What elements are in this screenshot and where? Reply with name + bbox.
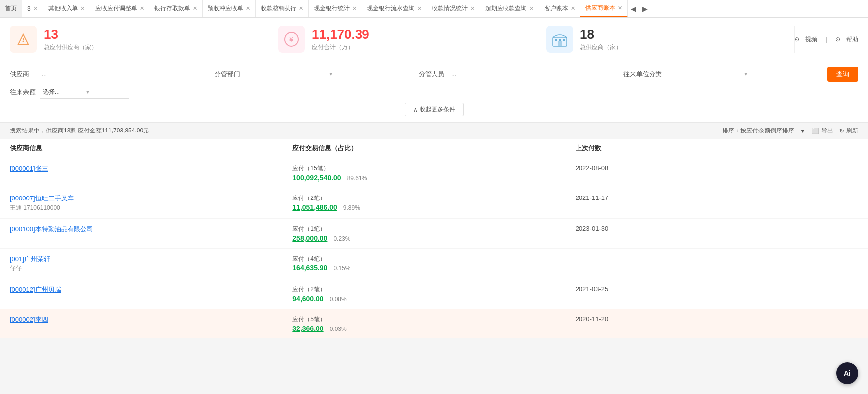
close-customer-book[interactable]: ✕: [571, 5, 575, 12]
export-icon: ⬜: [812, 128, 819, 134]
filter-balance: 往来余额 选择... ▼: [10, 86, 129, 99]
nav-overdue-ar[interactable]: 超期应收款查询 ✕: [480, 0, 539, 17]
supplier-link-2[interactable]: [000100]本特勤油品有限公司: [10, 225, 93, 233]
export-button[interactable]: ⬜ 导出: [812, 127, 833, 135]
close-supplier-book[interactable]: ✕: [618, 5, 622, 11]
dept-label: 分管部门: [215, 70, 240, 79]
collapse-label: 收起更多条件: [420, 105, 455, 114]
nav-customer-book[interactable]: 客户账本 ✕: [539, 0, 580, 17]
help-link[interactable]: 帮助: [846, 35, 858, 44]
last-pay-0: 2022-08-08: [576, 164, 609, 172]
close-cash-bank-stat[interactable]: ✕: [352, 5, 357, 12]
nav-left-arrow[interactable]: ◀: [628, 5, 639, 13]
payable-suppliers-count: 13: [44, 27, 97, 42]
close-other-income[interactable]: ✕: [80, 5, 85, 12]
payable-label-5: 应付（5笔）: [292, 315, 575, 324]
payable-label-3: 应付（4笔）: [292, 255, 575, 263]
svg-point-2: [23, 41, 24, 42]
nav-receipt-verify[interactable]: 收款核销执行 ✕: [256, 0, 309, 17]
person-input[interactable]: [448, 69, 615, 80]
supplier-cell-5: [000002]李四: [10, 315, 292, 324]
close-tab3[interactable]: ✕: [33, 5, 38, 12]
stat-total-suppliers: 18 总供应商（家）: [526, 26, 795, 53]
payable-amount-value: 11,170.39: [312, 27, 369, 42]
supplier-link-0[interactable]: [000001]张三: [10, 165, 48, 172]
nav-other-income[interactable]: 其他收入单 ✕: [43, 0, 90, 17]
payable-percent-0: 89.61%: [347, 175, 367, 182]
payable-amount-1[interactable]: 11,051,486.00: [292, 203, 337, 211]
total-suppliers-icon: [546, 26, 573, 53]
filter-area: 供应商 分管部门 ▼ 分管人员 往来单位分类 ▼ 查询 往来余额 选择: [0, 61, 868, 123]
filter-unit-type: 往来单位分类 ▼: [623, 69, 820, 79]
svg-rect-7: [555, 39, 557, 41]
dept-select[interactable]: ▼: [244, 69, 411, 79]
close-receipt-stat[interactable]: ✕: [470, 5, 475, 12]
nav-cash-bank-stat[interactable]: 现金银行统计 ✕: [309, 0, 362, 17]
supplier-link-5[interactable]: [000002]李四: [10, 316, 48, 323]
search-button[interactable]: 查询: [827, 67, 858, 82]
supplier-input[interactable]: [39, 69, 207, 80]
nav-receipt-stat[interactable]: 收款情况统计 ✕: [427, 0, 480, 17]
result-summary: 搜索结果中，供应商13家 应付金额111,703,854.00元: [10, 127, 149, 135]
stat-payable-amount-text: 11,170.39 应付合计（万）: [312, 27, 369, 52]
supplier-cell-4: [000012]广州贝瑞: [10, 285, 292, 294]
unit-type-label: 往来单位分类: [623, 70, 662, 79]
close-receipt-verify[interactable]: ✕: [299, 5, 303, 12]
payable-amount-5[interactable]: 32,366.00: [292, 325, 323, 332]
video-link[interactable]: 视频: [805, 35, 817, 44]
collapse-button[interactable]: ∧ 收起更多条件: [405, 103, 464, 116]
nav-home[interactable]: 首页: [0, 0, 22, 17]
stat-payable-suppliers-text: 13 总应付供应商（家）: [44, 27, 97, 52]
balance-select[interactable]: 选择... ▼: [40, 86, 129, 99]
data-table: 供应商信息 应付交易信息（占比） 上次付数 [000001]张三 应付（15笔）…: [0, 139, 868, 339]
dept-dropdown-icon: ▼: [328, 71, 408, 77]
payable-cell-2: 应付（1笔） 258,000.00 0.23%: [292, 225, 575, 242]
nav-right-arrow[interactable]: ▶: [639, 5, 651, 13]
stats-header: 13 总应付供应商（家） ¥ 11,170.39 应付合计（万）: [0, 18, 868, 61]
close-pre-receive[interactable]: ✕: [246, 5, 250, 12]
supplier-link-3[interactable]: [001]广州荣轩: [10, 255, 50, 263]
last-pay-cell-2: 2023-01-30: [576, 225, 858, 232]
balance-dropdown-icon: ▼: [85, 89, 126, 95]
sort-dropdown-icon: ▼: [800, 128, 806, 134]
payable-amount-2[interactable]: 258,000.00: [292, 234, 327, 242]
unit-type-select[interactable]: ▼: [666, 69, 820, 79]
supplier-cell-3: [001]广州荣轩 仔仔: [10, 255, 292, 273]
supplier-cell-2: [000100]本特勤油品有限公司: [10, 225, 292, 234]
table-header: 供应商信息 应付交易信息（占比） 上次付数: [0, 139, 868, 158]
supplier-link-4[interactable]: [000012]广州贝瑞: [10, 286, 61, 293]
stat-total-suppliers-text: 18 总供应商（家）: [580, 27, 622, 52]
close-ar-ap-adjust[interactable]: ✕: [140, 5, 144, 12]
nav-supplier-book[interactable]: 供应商账本 ✕: [580, 0, 628, 17]
refresh-label: 刷新: [846, 127, 858, 135]
refresh-button[interactable]: ↻ 刷新: [839, 127, 858, 135]
sort-label[interactable]: 排序：按应付余额倒序排序: [723, 127, 794, 135]
nav-cash-flow-query[interactable]: 现金银行流水查询 ✕: [362, 0, 427, 17]
stat-payable-suppliers: 13 总应付供应商（家）: [10, 26, 258, 53]
nav-ar-ap-adjust[interactable]: 应收应付调整单 ✕: [90, 0, 149, 17]
stat-payable-amount: ¥ 11,170.39 应付合计（万）: [258, 26, 526, 53]
export-label: 导出: [821, 127, 833, 135]
filter-dept: 分管部门 ▼: [215, 69, 411, 79]
payable-amount-4[interactable]: 94,600.00: [292, 295, 323, 303]
supplier-cell-1: [000007]恒旺二手叉车 王通 17106110000: [10, 194, 292, 212]
close-bank-deposit[interactable]: ✕: [193, 5, 197, 12]
payable-amount-3[interactable]: 164,635.90: [292, 264, 327, 272]
close-cash-flow-query[interactable]: ✕: [417, 5, 422, 12]
supplier-sub-1: 王通 17106110000: [10, 204, 292, 212]
payable-suppliers-label: 总应付供应商（家）: [44, 43, 97, 52]
nav-pre-receive[interactable]: 预收冲应收单 ✕: [203, 0, 256, 17]
total-suppliers-label: 总供应商（家）: [580, 43, 622, 52]
nav-bank-deposit[interactable]: 银行存取款单 ✕: [149, 0, 203, 17]
col-payable-info: 应付交易信息（占比）: [292, 144, 575, 153]
filter-person: 分管人员: [419, 69, 615, 80]
payable-cell-5: 应付（5笔） 32,366.00 0.03%: [292, 315, 575, 332]
nav-tab3[interactable]: 3 ✕: [22, 0, 43, 17]
close-overdue-ar[interactable]: ✕: [529, 5, 534, 12]
supplier-link-1[interactable]: [000007]恒旺二手叉车: [10, 195, 74, 202]
top-navigation: 首页 3 ✕ 其他收入单 ✕ 应收应付调整单 ✕ 银行存取款单 ✕ 预收冲应收单…: [0, 0, 868, 18]
payable-amount-0[interactable]: 100,092,540.00: [292, 174, 341, 182]
collapse-icon: ∧: [413, 106, 418, 113]
svg-rect-8: [559, 39, 561, 41]
last-pay-cell-4: 2021-03-25: [576, 285, 858, 293]
